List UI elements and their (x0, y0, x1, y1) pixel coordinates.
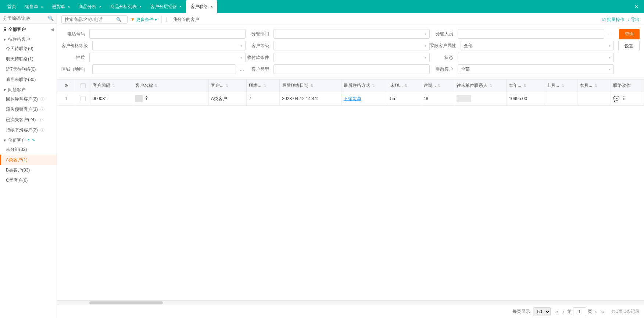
nav-tab-customer-contact[interactable]: 客户联络 × (186, 0, 217, 13)
batch-operation-btn[interactable]: ☑ 批量操作 (602, 17, 625, 23)
manager-input[interactable] (458, 29, 604, 39)
manager-dots-btn[interactable]: … (607, 31, 614, 36)
sidebar-item-class-c[interactable]: C类客户(6) (0, 175, 57, 186)
col-header-overdue[interactable]: 逾期... ⇅ (421, 80, 454, 92)
status-select[interactable]: ▾ (458, 53, 614, 62)
close-segment-tab[interactable]: × (179, 5, 182, 9)
col-header-contactway[interactable]: 最后联络方式 ⇅ (341, 80, 388, 92)
col-header-contact[interactable]: 联络... ⇅ (246, 80, 279, 92)
sort-name-icon: ⇅ (155, 84, 158, 88)
col-header-thisyear[interactable]: 本年... ⇅ (507, 80, 544, 92)
message-icon[interactable]: 💬 (613, 96, 619, 102)
dept-select[interactable]: ▾ (273, 29, 430, 39)
row-history (454, 92, 506, 106)
scroll-thumb[interactable] (89, 301, 163, 304)
total-pages-label: 页 (588, 308, 592, 315)
col-header-date[interactable]: 最后联络日期 ⇅ (280, 80, 341, 92)
settings-button[interactable]: 设置 (618, 41, 640, 51)
sidebar-item-churn-warning[interactable]: 流失预警客户(3) ⓘ (0, 104, 57, 114)
filter-search-box[interactable]: 🔍 (61, 15, 128, 24)
all-customers-header[interactable]: ⠿ 全部客户 ◀ (0, 24, 57, 34)
action-icons-cell: 💬 ⠿ (613, 96, 641, 102)
last-page-btn[interactable]: » (600, 309, 606, 315)
page-size-select[interactable]: 50 (533, 307, 551, 316)
customer-type-input[interactable] (273, 64, 430, 74)
col-header-lastmonth[interactable]: 上月... ⇅ (544, 80, 577, 92)
sidebar-item-churned[interactable]: 已流失客户(24) ⓘ (0, 114, 57, 125)
nature-select[interactable]: ▾ (89, 53, 246, 62)
close-purchase-tab[interactable]: × (68, 5, 70, 9)
edit-icon[interactable]: ✎ (32, 138, 35, 143)
filter-search-input[interactable] (65, 17, 116, 22)
close-analysis-tab[interactable]: × (99, 5, 101, 9)
col-header-thismonth[interactable]: 本月... ⇅ (577, 80, 611, 92)
col-header-history[interactable]: 往来单位联系人 ⇅ (454, 80, 506, 92)
value-customers-section[interactable]: ▼ 价值客户 ↻ ✎ (0, 135, 57, 144)
sort-type-icon: ⇅ (225, 84, 228, 88)
sort-contactway-icon: ⇅ (372, 84, 375, 88)
filter-search-icon[interactable]: 🔍 (116, 17, 122, 22)
col-header-type[interactable]: 客户... ⇅ (208, 80, 246, 92)
nav-tab-analysis[interactable]: 商品分析 × (74, 0, 105, 13)
payment-select[interactable]: ▾ (273, 53, 430, 62)
export-btn[interactable]: ↓ 导出 (627, 17, 640, 23)
table-row: 1 000031 ? A类客户 7 2023-04-12 14:44: (57, 92, 644, 106)
sidebar-item-tomorrow[interactable]: 明天待联络(1) (0, 54, 57, 64)
sidebar-item-today[interactable]: 今天待联络(0) (0, 43, 57, 54)
nav-home[interactable]: 首页 (3, 0, 21, 13)
sort-date-icon: ⇅ (311, 84, 314, 88)
sidebar-item-class-b[interactable]: B类客户(33) (0, 165, 57, 175)
sidebar-item-overdue[interactable]: 逾期未联络(30) (0, 74, 57, 85)
prev-page-btn[interactable]: ‹ (561, 309, 566, 315)
sidebar-item-declining[interactable]: 持续下滑客户(2) ⓘ (0, 125, 57, 135)
contact-way-link[interactable]: 下销货单 (344, 96, 361, 101)
problem-customers-section[interactable]: ▼ 问题客户 (0, 85, 57, 94)
sidebar-search-box[interactable]: 🔍 (0, 13, 57, 24)
customer-level-arrow-icon: ▾ (425, 44, 426, 48)
close-contact-tab[interactable]: × (211, 5, 213, 9)
customer-level-select[interactable]: ▾ (273, 41, 430, 50)
query-button[interactable]: 查询 (619, 29, 640, 39)
sidebar-item-unclassified[interactable]: 未分组(32) (0, 144, 57, 155)
nav-tab-purchase[interactable]: 进货单 × (47, 0, 74, 13)
select-all-checkbox[interactable] (80, 83, 86, 88)
region-dots-btn[interactable]: … (238, 67, 246, 72)
more-action-icon[interactable]: ⠿ (622, 96, 626, 102)
table-settings-col[interactable]: ⚙ (57, 80, 76, 92)
row-checkbox-cell[interactable] (76, 92, 90, 106)
sidebar-item-7days[interactable]: 近7天待联络(0) (0, 64, 57, 74)
nav-tab-sales[interactable]: 销售单 × (21, 0, 47, 13)
price-level-select[interactable]: ▾ (92, 41, 246, 50)
retail-attr-label: 零散客户属性 (430, 43, 458, 49)
my-customers-check-box[interactable] (166, 17, 171, 22)
sidebar-item-repurchase-abnormal[interactable]: 回购异常客户(2) ⓘ (0, 94, 57, 104)
filter-divider (161, 16, 162, 23)
row-checkbox[interactable] (80, 96, 86, 101)
nav-tab-analysis-list[interactable]: 商品分析列表 × (106, 0, 146, 13)
close-all-button[interactable]: × (632, 3, 641, 10)
horizontal-scrollbar[interactable] (57, 300, 644, 305)
refresh-icon[interactable]: ↻ (27, 138, 31, 143)
page-label: 第 (567, 308, 572, 315)
total-records-info: 共1页 1条记录 (611, 308, 640, 315)
close-sales-tab[interactable]: × (41, 5, 43, 9)
first-page-btn[interactable]: « (554, 309, 559, 315)
table-check-col[interactable] (76, 80, 90, 92)
retail-attr-select[interactable]: 全部 ▾ (461, 41, 614, 50)
next-page-btn[interactable]: › (594, 309, 598, 315)
more-filters-btn[interactable]: ▼ 更多条件 ▾ (130, 17, 157, 23)
col-header-unlinkdays[interactable]: 未联... ⇅ (388, 80, 421, 92)
col-header-name[interactable]: 客户名称 ⇅ (133, 80, 208, 92)
col-header-code[interactable]: 客户编码 ⇅ (90, 80, 133, 92)
phone-input[interactable] (89, 29, 246, 39)
pending-contact-section[interactable]: ▼ 待联络客户 (0, 34, 57, 43)
region-input[interactable] (92, 64, 236, 74)
sidebar-search-input[interactable] (3, 16, 46, 21)
page-number-input[interactable] (573, 307, 586, 316)
collapse-sidebar-btn[interactable]: ◀ (51, 27, 54, 32)
close-analysis-list-tab[interactable]: × (139, 5, 142, 9)
nav-tab-customer-segment[interactable]: 客户分层经营 × (146, 0, 186, 13)
sidebar-item-class-a[interactable]: A类客户(1) (0, 155, 57, 165)
my-customers-checkbox[interactable]: 我分管的客户 (166, 17, 199, 23)
retail-select[interactable]: 全部 ▾ (458, 64, 614, 74)
